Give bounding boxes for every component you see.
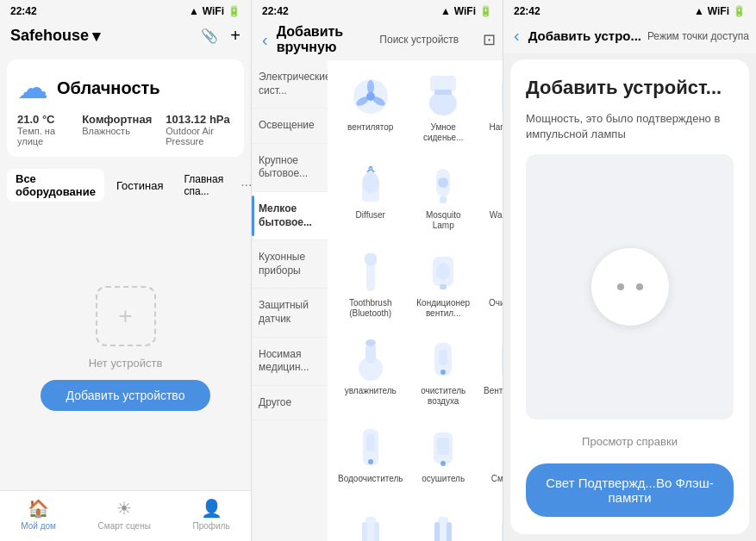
- pressure-label: Outdoor Air Pressure: [166, 126, 234, 146]
- device-diffuser[interactable]: Diffuser: [334, 155, 406, 238]
- attachment-icon[interactable]: 📎: [201, 28, 218, 44]
- panel-home: 22:42 ▲ WiFi 🔋 Safehouse ▾ 📎 + ☁ Облачно…: [0, 0, 252, 541]
- cat-kitchen[interactable]: Кухонные приборы: [252, 240, 328, 289]
- cat-large-appliance[interactable]: Крупное бытовое...: [252, 144, 328, 192]
- device-dehumidifier[interactable]: осушитель: [411, 419, 475, 501]
- device-warming-table-label: Warming Table: [490, 210, 503, 221]
- device-smart-lamp[interactable]: Смарт-лампа дл...: [480, 419, 503, 501]
- back-button-3[interactable]: ‹: [510, 24, 523, 47]
- device-dehumidifier-img: [421, 426, 465, 470]
- time-2: 22:42: [262, 5, 289, 17]
- device-eye-right: [636, 283, 643, 290]
- device-preview-area: [526, 154, 734, 420]
- svg-rect-54: [434, 522, 440, 541]
- tabs-more-icon[interactable]: ···: [235, 174, 252, 196]
- svg-point-17: [438, 177, 448, 188]
- header-action-icons: 📎 +: [201, 26, 241, 46]
- svg-point-2: [367, 80, 374, 94]
- device-heater2-img: [421, 513, 465, 541]
- device-smart-lamp-img: [496, 426, 503, 470]
- battery-icon-2: 🔋: [479, 5, 492, 17]
- home-title-group[interactable]: Safehouse ▾: [10, 27, 100, 46]
- status-icons-2: ▲ WiFi 🔋: [440, 5, 492, 17]
- weather-label: Облачность: [57, 78, 160, 98]
- device-ac-fan-img: [421, 250, 465, 295]
- weather-card: ☁ Облачность 21.0 °C Темп. на улице Комф…: [7, 59, 244, 157]
- battery-icon: 🔋: [228, 5, 241, 17]
- home-title: Safehouse: [10, 27, 89, 45]
- device-preview-inner: [591, 248, 669, 326]
- add-device-title: Добавить вручную: [277, 24, 375, 55]
- device-heater1-img: [348, 513, 393, 541]
- signal-icon-2: ▲: [440, 5, 451, 17]
- nav-profile-label: Профиль: [192, 521, 229, 531]
- sun-nav-icon: ☀: [116, 498, 132, 519]
- tab-living-room[interactable]: Гостиная: [108, 176, 172, 196]
- device-toothbrush[interactable]: Toothbrush (Bluetooth): [334, 243, 406, 326]
- nav-scenes-label: Смарт сцены: [98, 521, 151, 531]
- home-nav-icon: 🏠: [28, 498, 49, 519]
- device-water-purifier-img: [348, 426, 393, 470]
- device-air-purifier-img: [421, 338, 465, 382]
- device-water-purifier-label: Водоочиститель: [338, 474, 403, 484]
- back-button-2[interactable]: ‹: [259, 28, 272, 52]
- weather-top: ☁ Облачность: [17, 70, 234, 106]
- status-bar-2: 22:42 ▲ WiFi 🔋: [252, 0, 503, 19]
- device-heater1[interactable]: Обогреватели: [334, 507, 406, 541]
- device-warming-table[interactable]: Warming Table: [480, 155, 503, 238]
- device-ventilation[interactable]: Вентиляционный бл...: [480, 331, 503, 414]
- search-devices-button[interactable]: Поиск устройств: [379, 34, 478, 46]
- nav-scenes[interactable]: ☀ Смарт сцены: [98, 498, 151, 531]
- add-device-header: ‹ Добавить вручную Поиск устройств ⊡: [252, 19, 503, 60]
- device-heater-bath[interactable]: Нагреватель в Ванн...: [480, 67, 503, 150]
- room-tabs: Все оборудование Гостиная Главная спа...…: [0, 164, 251, 207]
- time-3: 22:42: [514, 5, 540, 17]
- device-ac-fan[interactable]: Кондиционер вентил...: [411, 243, 475, 326]
- device-fan[interactable]: вентилятор: [334, 67, 406, 150]
- nav-profile[interactable]: 👤 Профиль: [192, 498, 229, 531]
- tab-all-equipment[interactable]: Все оборудование: [7, 169, 104, 202]
- help-text[interactable]: Просмотр справки: [526, 432, 734, 451]
- device-mosquito-lamp[interactable]: Mosquito Lamp: [411, 155, 475, 238]
- nav-home[interactable]: 🏠 Мой дом: [21, 498, 56, 531]
- device-mosquito-lamp-label: Mosquito Lamp: [415, 210, 472, 231]
- device-water-purifier[interactable]: Водоочиститель: [334, 419, 406, 501]
- device-heater2[interactable]: Обогреватели (Bluetooth): [411, 507, 475, 541]
- empty-text: Нет устройств: [89, 357, 163, 370]
- add-device-button[interactable]: Добавить устройство: [41, 380, 211, 411]
- device-toilet[interactable]: Умное сиденье...: [411, 67, 475, 150]
- cat-lighting[interactable]: Освещение: [252, 109, 328, 144]
- config-card-title: Добавить устройст...: [526, 77, 734, 99]
- svg-rect-26: [440, 284, 447, 289]
- svg-rect-34: [439, 350, 447, 365]
- cat-electrical[interactable]: Электрические сист...: [252, 60, 328, 109]
- status-bar-1: 22:42 ▲ WiFi 🔋: [0, 0, 251, 19]
- device-youting[interactable]: Youting: [480, 507, 503, 541]
- temp-value: 21.0 °C: [17, 113, 68, 126]
- device-humidifier[interactable]: увлажнитель: [334, 331, 406, 414]
- humidity-stat: Комфортная Влажность: [82, 113, 152, 146]
- device-mosquito-lamp-img: [421, 162, 465, 207]
- cat-small-appliance[interactable]: Мелкое бытовое...: [252, 192, 328, 240]
- device-eye-left: [617, 283, 624, 290]
- svg-rect-8: [502, 80, 503, 113]
- device-air-purifier[interactable]: очиститель воздуха: [411, 331, 475, 414]
- status-icons-1: ▲ WiFi 🔋: [189, 5, 241, 17]
- device-diffuser-img: [348, 162, 393, 207]
- device-smart-lamp-label: Смарт-лампа дл...: [484, 474, 503, 494]
- cat-sensor[interactable]: Защитный датчик: [252, 289, 328, 337]
- confirm-flash-button[interactable]: Свет Подтвержд...Во Флэш-памяти: [526, 463, 734, 517]
- device-robot[interactable]: Очистка робот: [480, 243, 503, 326]
- config-title: Добавить устро...: [528, 28, 642, 43]
- tab-main-spa[interactable]: Главная спа...: [175, 170, 232, 201]
- cat-wearable[interactable]: Носимая медицин...: [252, 338, 328, 386]
- config-mode-label[interactable]: Режим точки доступа: [647, 30, 749, 42]
- cat-other[interactable]: Другое: [252, 386, 328, 421]
- svg-point-45: [440, 461, 446, 466]
- profile-nav-icon: 👤: [201, 498, 222, 519]
- svg-point-35: [440, 370, 446, 375]
- device-heater-bath-label: Нагреватель в Ванн...: [484, 122, 503, 143]
- expand-icon[interactable]: ⊡: [483, 30, 496, 49]
- add-icon[interactable]: +: [230, 26, 241, 46]
- add-device-body: Электрические сист... Освещение Крупное …: [252, 60, 503, 541]
